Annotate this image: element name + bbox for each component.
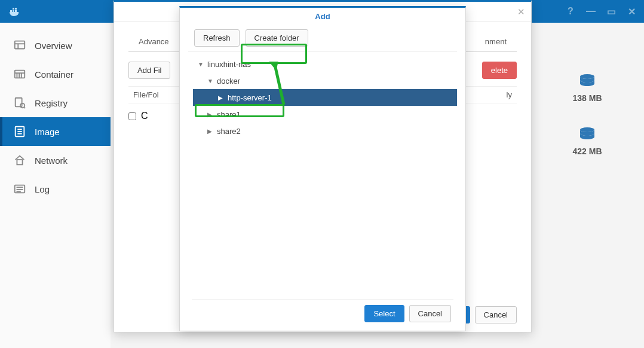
cancel-button[interactable]: Cancel bbox=[475, 306, 517, 323]
tree-node-label: share2 bbox=[217, 127, 241, 136]
help-button[interactable]: ? bbox=[560, 1, 581, 22]
expand-arrow-right-icon: ▶ bbox=[218, 94, 224, 101]
sidebar-item-label: Network bbox=[35, 155, 68, 166]
svg-point-26 bbox=[580, 127, 594, 132]
add-folder-dialog: Add Refresh Create folder ▼ linuxhint-na… bbox=[179, 6, 466, 331]
image-icon bbox=[13, 125, 26, 138]
sidebar-item-label: Container bbox=[35, 69, 73, 80]
tree-node-label: linuxhint-nas bbox=[207, 60, 251, 69]
folder-tree: ▼ linuxhint-nas ▼ docker ▶ http-server-1… bbox=[188, 51, 457, 143]
tree-node-docker[interactable]: ▼ docker bbox=[193, 72, 457, 89]
log-icon bbox=[13, 182, 26, 196]
tab-environment[interactable]: nment bbox=[475, 32, 517, 51]
close-icon[interactable]: ✕ bbox=[517, 7, 525, 17]
svg-rect-3 bbox=[13, 8, 14, 10]
select-button[interactable]: Select bbox=[364, 305, 404, 322]
column-apply: ly bbox=[507, 90, 512, 99]
image-size-column: 138 MB 422 MB bbox=[551, 74, 623, 156]
cancel-button[interactable]: Cancel bbox=[409, 305, 451, 322]
minimize-button[interactable]: — bbox=[581, 1, 601, 22]
tree-node-root[interactable]: ▼ linuxhint-nas bbox=[193, 56, 457, 72]
svg-line-15 bbox=[24, 107, 25, 108]
svg-rect-1 bbox=[13, 10, 14, 12]
image-size-label: 422 MB bbox=[572, 146, 602, 156]
sidebar-item-log[interactable]: Log bbox=[0, 175, 111, 203]
maximize-button[interactable]: ▭ bbox=[601, 1, 621, 22]
tree-node-share2[interactable]: ▶ share2 bbox=[193, 123, 457, 139]
expand-arrow-right-icon: ▶ bbox=[207, 111, 213, 118]
option-checkbox[interactable] bbox=[128, 112, 136, 120]
add-file-button[interactable]: Add Fil bbox=[128, 62, 170, 79]
svg-rect-13 bbox=[16, 98, 22, 107]
sidebar-item-container[interactable]: Container bbox=[0, 60, 111, 88]
svg-rect-4 bbox=[15, 8, 17, 10]
svg-point-14 bbox=[20, 103, 24, 108]
network-icon bbox=[13, 154, 26, 167]
sidebar-item-label: Image bbox=[35, 127, 60, 137]
checkbox-label: C bbox=[141, 111, 148, 121]
close-button[interactable]: ✕ bbox=[621, 1, 642, 22]
svg-rect-5 bbox=[15, 41, 25, 49]
window-controls: ? — ▭ ✕ bbox=[560, 1, 642, 22]
image-size-item: 138 MB bbox=[572, 74, 602, 103]
image-size-item: 422 MB bbox=[572, 127, 602, 156]
sidebar: Overview Container Registry Image Networ… bbox=[0, 23, 111, 348]
tree-node-label: docker bbox=[217, 77, 240, 86]
svg-point-25 bbox=[580, 74, 594, 79]
svg-rect-0 bbox=[10, 10, 12, 12]
expand-arrow-right-icon: ▶ bbox=[207, 128, 213, 135]
svg-rect-2 bbox=[15, 10, 17, 12]
sidebar-item-label: Log bbox=[35, 184, 50, 194]
refresh-button[interactable]: Refresh bbox=[194, 29, 240, 47]
overview-icon bbox=[13, 39, 26, 52]
registry-icon bbox=[13, 96, 26, 109]
column-file-folder: File/Fol bbox=[133, 90, 159, 99]
image-size-label: 138 MB bbox=[572, 93, 602, 103]
create-folder-button[interactable]: Create folder bbox=[246, 29, 308, 47]
tree-node-share1[interactable]: ▶ share1 bbox=[193, 106, 457, 123]
tab-advanced[interactable]: Advance bbox=[128, 32, 179, 51]
disk-stack-icon bbox=[578, 74, 596, 90]
divider bbox=[192, 299, 453, 300]
tree-node-http-server-1[interactable]: ▶ http-server-1 bbox=[193, 89, 457, 106]
sidebar-item-image[interactable]: Image bbox=[0, 117, 111, 146]
tree-node-label: share1 bbox=[217, 110, 241, 119]
sidebar-item-label: Overview bbox=[35, 41, 72, 51]
dialog-title: Add bbox=[180, 8, 465, 25]
sidebar-item-network[interactable]: Network bbox=[0, 146, 111, 175]
disk-stack-icon bbox=[578, 127, 596, 143]
expand-arrow-down-icon: ▼ bbox=[198, 61, 204, 68]
dialog-title-text: Add bbox=[315, 12, 330, 21]
svg-rect-20 bbox=[17, 160, 22, 164]
container-icon bbox=[13, 68, 26, 81]
expand-arrow-down-icon: ▼ bbox=[207, 78, 213, 84]
sidebar-item-overview[interactable]: Overview bbox=[0, 31, 111, 60]
app-logo-docker-icon bbox=[8, 4, 23, 19]
tree-node-label: http-server-1 bbox=[228, 93, 272, 102]
sidebar-item-label: Registry bbox=[35, 98, 68, 108]
sidebar-item-registry[interactable]: Registry bbox=[0, 88, 111, 117]
delete-button[interactable]: elete bbox=[482, 62, 517, 79]
